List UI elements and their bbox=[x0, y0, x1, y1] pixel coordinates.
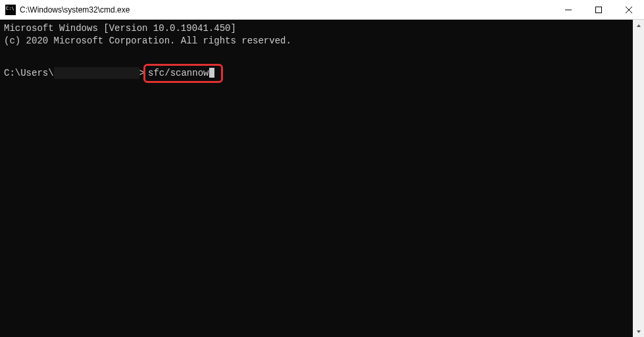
maximize-button[interactable] bbox=[583, 0, 614, 19]
scroll-down-arrow-icon[interactable] bbox=[633, 326, 644, 337]
command-input[interactable]: sfc/scannow bbox=[148, 68, 209, 78]
svg-marker-4 bbox=[637, 24, 641, 27]
window-title: C:\Windows\system32\cmd.exe bbox=[20, 5, 553, 14]
window-controls bbox=[553, 0, 644, 19]
titlebar[interactable]: C:\Windows\system32\cmd.exe bbox=[0, 0, 644, 20]
scroll-track[interactable] bbox=[633, 31, 644, 326]
scroll-up-arrow-icon[interactable] bbox=[633, 20, 644, 31]
minimize-button[interactable] bbox=[553, 0, 583, 19]
redacted-username bbox=[54, 67, 139, 79]
terminal-area[interactable]: Microsoft Windows [Version 10.0.19041.45… bbox=[0, 20, 644, 337]
version-line: Microsoft Windows [Version 10.0.19041.45… bbox=[4, 22, 640, 35]
prompt-line: C:\Users\ > sfc/scannow bbox=[4, 64, 640, 83]
prompt-path-prefix: C:\Users\ bbox=[4, 67, 54, 80]
svg-rect-1 bbox=[596, 7, 602, 13]
close-button[interactable] bbox=[614, 0, 644, 19]
command-highlight: sfc/scannow bbox=[143, 64, 223, 83]
cmd-window: C:\Windows\system32\cmd.exe Microsoft Wi… bbox=[0, 0, 644, 337]
cmd-icon bbox=[5, 5, 16, 15]
cursor-icon bbox=[209, 68, 214, 78]
svg-marker-5 bbox=[637, 330, 641, 333]
vertical-scrollbar[interactable] bbox=[633, 20, 644, 337]
blank-line bbox=[4, 47, 640, 60]
copyright-line: (c) 2020 Microsoft Corporation. All righ… bbox=[4, 35, 640, 47]
